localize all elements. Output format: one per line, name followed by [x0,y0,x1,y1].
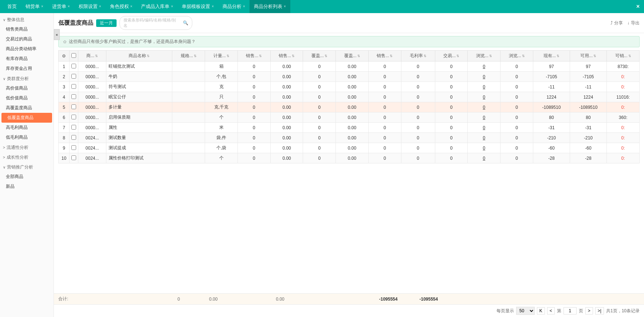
row-check[interactable] [70,102,78,112]
row-browse1[interactable]: 0 [468,92,500,102]
row-name: 牛奶 [106,72,172,82]
nav-close-permission[interactable]: × [99,0,101,13]
row-checkbox[interactable] [71,74,76,79]
row-browse1[interactable]: 0 [468,153,500,163]
row-checkbox[interactable] [71,115,76,119]
sidebar-section-cluster[interactable]: ∨ 类群度分析 [0,74,54,83]
nav-close-finished[interactable]: × [171,0,173,13]
nav-permission-settings[interactable]: 权限设置 × [74,0,106,13]
row-check[interactable] [70,143,78,153]
row-checkbox[interactable] [71,84,76,89]
sidebar-item-high-margin[interactable]: 高毛利商品 [0,123,54,132]
row-check[interactable] [70,123,78,133]
close-all-button[interactable]: × [636,3,640,10]
nav-sales-order[interactable]: 销货单 × [21,0,48,13]
nav-close-analysis[interactable]: × [243,0,245,13]
row-browse1[interactable]: 0 [468,72,500,82]
row-check[interactable] [70,92,78,102]
share-button[interactable]: ⤴ 分享 [610,20,623,26]
row-checkbox[interactable] [71,94,76,99]
nav-product-analysis-list[interactable]: 商品分析列表 × [250,0,290,13]
header-actions: ⤴ 分享 ↓ 导出 [610,20,640,26]
sidebar-item-category-turnover[interactable]: 商品分类动销率 [0,44,54,54]
nav-product-analysis[interactable]: 商品分析 × [218,0,250,13]
row-check[interactable] [70,112,78,123]
nav-close-sales[interactable]: × [41,0,43,13]
row-coverage1: 0 [303,92,336,102]
row-code: 0000... [78,102,106,112]
nav-purchase-order[interactable]: 进货单 × [48,0,74,13]
row-browse1[interactable]: 0 [468,62,500,72]
nav-close-role[interactable]: × [130,0,133,13]
row-browse1[interactable]: 0 [468,133,500,143]
page-number-input[interactable] [564,307,577,314]
next-page-button[interactable]: > [585,307,593,314]
nav-close-purchase[interactable]: × [68,0,70,13]
row-check[interactable] [70,133,78,143]
row-no: 6 [59,112,70,123]
row-checkbox[interactable] [71,125,76,130]
row-check[interactable] [70,82,78,92]
date-filter-button[interactable]: 近一月 [96,19,117,27]
sidebar-item-in-stock[interactable]: 有库存商品 [0,54,54,64]
row-browse1[interactable]: 0 [468,112,500,123]
nav-role-auth[interactable]: 角色授权 × [106,0,137,13]
row-checkbox[interactable] [71,64,76,68]
row-no: 10 [59,153,70,163]
row-browse1[interactable]: 0 [468,82,500,92]
col-check-header[interactable] [70,51,78,62]
sidebar-item-high-value[interactable]: 高价值商品 [0,83,54,93]
row-browse1[interactable]: 0 [468,143,500,153]
sidebar-item-low-coverage[interactable]: 低覆盖度商品 [1,113,52,123]
search-box[interactable]: 搜索条形码/编码/名称/规格/别名 🔍 [119,16,192,30]
row-saleable: 0: [607,153,640,163]
row-check[interactable] [70,62,78,72]
row-coverage2: 0.00 [336,123,369,133]
row-check[interactable] [70,72,78,82]
row-browse1[interactable]: 0 [468,123,500,133]
sidebar-item-all-goods[interactable]: 全部商品 [0,172,54,182]
sidebar-item-inventory-capital[interactable]: 库存资金占用 [0,64,54,74]
sidebar-section-circulation[interactable]: > 流通性分析 [0,142,54,152]
table-container: ⚙ 商...⇅ 商品名称⇅ 规格...⇅ 计量...⇅ 销售...⇅ 销售...… [54,50,644,293]
row-checkbox[interactable] [71,145,76,150]
table-row: 20000...牛奶个,包00.0000.0000000-7105-71050: [59,72,640,82]
row-browse2: 0 [500,102,533,112]
col-settings-header[interactable]: ⚙ [59,51,70,62]
sidebar-section-growth[interactable]: > 成长性分析 [0,152,54,162]
page-size-select[interactable]: 50 100 200 [516,307,535,315]
row-saleable: 8730: [607,62,640,72]
nav-close-analysis-list[interactable]: × [284,0,286,13]
row-check[interactable] [70,153,78,163]
sidebar-item-low-value[interactable]: 低价值商品 [0,93,54,103]
sidebar-section-overall[interactable]: ∨ 整体信息 [0,15,54,24]
row-unit: 克,千克 [205,102,238,112]
row-checkbox[interactable] [71,135,76,140]
row-browse1[interactable]: 0 [468,102,500,112]
row-no: 7 [59,123,70,133]
nav-template-settings[interactable]: 单据模板设置 × [177,0,218,13]
last-page-button[interactable]: >| [595,307,604,314]
row-unit: 袋,件 [205,133,238,143]
prev-page-button[interactable]: < [547,307,555,314]
nav-finished-product[interactable]: 产成品入库单 × [137,0,177,13]
row-checkbox[interactable] [71,104,76,109]
row-browse2: 0 [500,133,533,143]
search-icon[interactable]: 🔍 [183,20,188,25]
nav-home[interactable]: 首页 [3,0,21,13]
sidebar-item-low-margin[interactable]: 低毛利商品 [0,132,54,142]
select-all-checkbox[interactable] [71,53,76,58]
row-sales-amount: 0.00 [270,143,303,153]
row-checkbox[interactable] [71,155,76,160]
first-page-button[interactable]: K [537,307,545,314]
sidebar-item-traded-goods[interactable]: 交易过的商品 [0,34,54,44]
export-button[interactable]: ↓ 导出 [627,20,640,26]
sidebar-item-sales-goods[interactable]: 销售类商品 [0,24,54,34]
total-records: 共1页，10条记录 [606,308,640,314]
sidebar-section-marketing[interactable]: ∨ 营销推广分析 [0,162,54,172]
col-sales-qty-header: 销售...⇅ [237,51,270,62]
sidebar-item-high-coverage[interactable]: 高覆盖度商品 [0,103,54,113]
sidebar-item-new-goods[interactable]: 新品 [0,182,54,191]
sidebar-collapse-button[interactable]: « [54,29,60,40]
nav-close-template[interactable]: × [212,0,214,13]
